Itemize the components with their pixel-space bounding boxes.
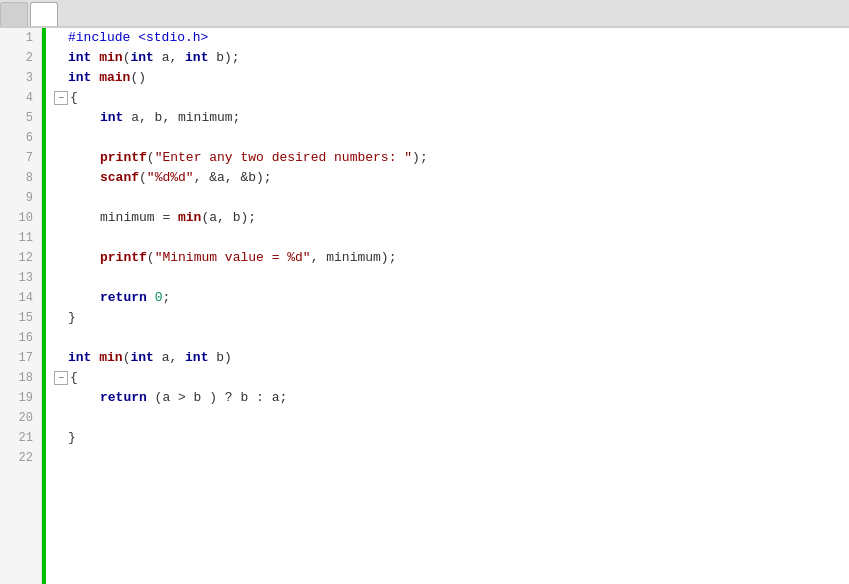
spacer-11 xyxy=(54,228,68,248)
line-number-16: 16 xyxy=(0,328,41,348)
token-17: b) xyxy=(208,348,231,368)
token-7: printf xyxy=(100,148,147,168)
token-3: int xyxy=(68,68,91,88)
code-line-13 xyxy=(54,268,849,288)
code-line-8: scanf("%d%d", &a, &b); xyxy=(54,168,849,188)
code-line-18: −{ xyxy=(54,368,849,388)
code-line-1: #include <stdio.h> xyxy=(54,28,849,48)
spacer-9 xyxy=(54,188,68,208)
token-7: ); xyxy=(412,148,428,168)
line-number-6: 6 xyxy=(0,128,41,148)
line-number-gutter: 12345678910111213141516171819202122 xyxy=(0,28,42,584)
tab-bar xyxy=(0,0,849,28)
line-number-22: 22 xyxy=(0,448,41,468)
line-number-15: 15 xyxy=(0,308,41,328)
token-15: } xyxy=(68,308,76,328)
indent-14 xyxy=(54,288,100,308)
indent-19 xyxy=(54,388,100,408)
indent-5 xyxy=(54,108,100,128)
line-number-10: 10 xyxy=(0,208,41,228)
code-area[interactable]: #include <stdio.h>int min(int a, int b);… xyxy=(46,28,849,584)
code-line-11 xyxy=(54,228,849,248)
token-14: return xyxy=(100,288,147,308)
token-8: scanf xyxy=(100,168,139,188)
line-number-2: 2 xyxy=(0,48,41,68)
line-number-1: 1 xyxy=(0,28,41,48)
code-line-17: int min(int a, int b) xyxy=(54,348,849,368)
line-number-18: 18 xyxy=(0,368,41,388)
editor-container: 12345678910111213141516171819202122 #inc… xyxy=(0,28,849,584)
code-line-6 xyxy=(54,128,849,148)
token-3 xyxy=(91,68,99,88)
token-19: return xyxy=(100,388,147,408)
code-line-14: return 0; xyxy=(54,288,849,308)
token-17: a, xyxy=(154,348,185,368)
token-4: { xyxy=(70,88,78,108)
line-number-8: 8 xyxy=(0,168,41,188)
token-8: "%d%d" xyxy=(147,168,194,188)
token-14: 0 xyxy=(155,288,163,308)
token-17: min xyxy=(99,348,122,368)
code-line-15: } xyxy=(54,308,849,328)
token-10: minimum = xyxy=(100,208,178,228)
spacer-6 xyxy=(54,128,68,148)
line-number-11: 11 xyxy=(0,228,41,248)
spacer-22 xyxy=(54,448,68,468)
token-14: ; xyxy=(162,288,170,308)
token-7: "Enter any two desired numbers: " xyxy=(155,148,412,168)
spacer-16 xyxy=(54,328,68,348)
token-18: { xyxy=(70,368,78,388)
token-17: int xyxy=(185,348,208,368)
code-line-12: printf("Minimum value = %d", minimum); xyxy=(54,248,849,268)
code-line-20 xyxy=(54,408,849,428)
token-12: printf xyxy=(100,248,147,268)
code-line-10: minimum = min(a, b); xyxy=(54,208,849,228)
code-line-19: return (a > b ) ? b : a; xyxy=(54,388,849,408)
line-number-17: 17 xyxy=(0,348,41,368)
indent-12 xyxy=(54,248,100,268)
indent-10 xyxy=(54,208,100,228)
token-5: int xyxy=(100,108,123,128)
token-2: int xyxy=(130,48,153,68)
token-3: main xyxy=(99,68,130,88)
token-21: } xyxy=(68,428,76,448)
code-line-22 xyxy=(54,448,849,468)
token-14 xyxy=(147,288,155,308)
fold-icon-line-18[interactable]: − xyxy=(54,371,68,385)
line-number-20: 20 xyxy=(0,408,41,428)
spacer-1 xyxy=(54,28,68,48)
token-12: , minimum); xyxy=(311,248,397,268)
tab-start-here[interactable] xyxy=(0,2,28,26)
token-2: ( xyxy=(123,48,131,68)
code-line-3: int main() xyxy=(54,68,849,88)
code-line-21: } xyxy=(54,428,849,448)
spacer-17 xyxy=(54,348,68,368)
tab-untitled1c[interactable] xyxy=(30,2,58,26)
spacer-15 xyxy=(54,308,68,328)
token-17: int xyxy=(130,348,153,368)
token-5: a, b, minimum; xyxy=(123,108,240,128)
line-number-13: 13 xyxy=(0,268,41,288)
fold-icon-line-4[interactable]: − xyxy=(54,91,68,105)
line-number-21: 21 xyxy=(0,428,41,448)
line-number-7: 7 xyxy=(0,148,41,168)
line-number-14: 14 xyxy=(0,288,41,308)
token-2: min xyxy=(99,48,122,68)
spacer-21 xyxy=(54,428,68,448)
spacer-3 xyxy=(54,68,68,88)
code-line-5: int a, b, minimum; xyxy=(54,108,849,128)
spacer-13 xyxy=(54,268,68,288)
token-2: int xyxy=(68,48,91,68)
code-line-9 xyxy=(54,188,849,208)
line-number-4: 4 xyxy=(0,88,41,108)
line-number-19: 19 xyxy=(0,388,41,408)
token-2 xyxy=(91,48,99,68)
token-10: (a, b); xyxy=(201,208,256,228)
line-number-12: 12 xyxy=(0,248,41,268)
token-8: , &a, &b); xyxy=(194,168,272,188)
token-19: (a > b ) ? b : a; xyxy=(147,388,287,408)
code-line-7: printf("Enter any two desired numbers: "… xyxy=(54,148,849,168)
token-10: min xyxy=(178,208,201,228)
token-12: ( xyxy=(147,248,155,268)
line-number-3: 3 xyxy=(0,68,41,88)
